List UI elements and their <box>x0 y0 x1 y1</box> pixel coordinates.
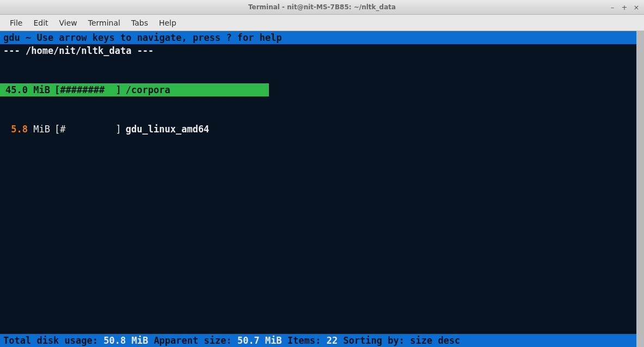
menu-file[interactable]: File <box>4 16 28 29</box>
row-size: 5.8 MiB <box>3 123 54 136</box>
terminal[interactable]: gdu ~ Use arrow keys to navigate, press … <box>0 31 636 347</box>
gdu-path-line: --- /home/nit/nltk_data --- <box>0 44 636 57</box>
row-bar: [# ] <box>54 123 126 136</box>
menu-view[interactable]: View <box>54 16 83 29</box>
gdu-footer: Total disk usage: 50.8 MiB Apparent size… <box>0 334 636 347</box>
menu-terminal[interactable]: Terminal <box>83 16 126 29</box>
gdu-rows: 45.0 MiB[######## ] /corpora 5.8 MiB[# ]… <box>0 57 636 334</box>
menu-edit[interactable]: Edit <box>28 16 53 29</box>
gdu-row[interactable]: 5.8 MiB[# ] gdu_linux_amd64 <box>0 123 636 136</box>
maximize-button[interactable]: + <box>620 3 629 11</box>
gdu-row-selected[interactable]: 45.0 MiB[######## ] /corpora <box>0 83 269 96</box>
row-bar: [######## ] <box>54 83 126 96</box>
menubar: File Edit View Terminal Tabs Help <box>0 15 644 31</box>
gdu-header: gdu ~ Use arrow keys to navigate, press … <box>0 31 636 44</box>
menu-help[interactable]: Help <box>154 16 182 29</box>
scrollbar-thumb[interactable] <box>637 31 644 347</box>
window-title: Terminal - nit@nit-MS-7B85: ~/nltk_data <box>248 3 396 11</box>
terminal-scrollbar[interactable] <box>636 31 644 347</box>
menu-tabs[interactable]: Tabs <box>126 16 154 29</box>
close-button[interactable]: × <box>632 3 641 11</box>
window-titlebar: Terminal - nit@nit-MS-7B85: ~/nltk_data … <box>0 0 644 15</box>
minimize-button[interactable]: – <box>608 3 617 11</box>
row-size: 45.0 MiB <box>3 83 54 96</box>
row-name: gdu_linux_amd64 <box>126 123 210 136</box>
window-controls: – + × <box>608 3 641 11</box>
terminal-container: gdu ~ Use arrow keys to navigate, press … <box>0 31 644 347</box>
row-name: /corpora <box>126 83 170 96</box>
